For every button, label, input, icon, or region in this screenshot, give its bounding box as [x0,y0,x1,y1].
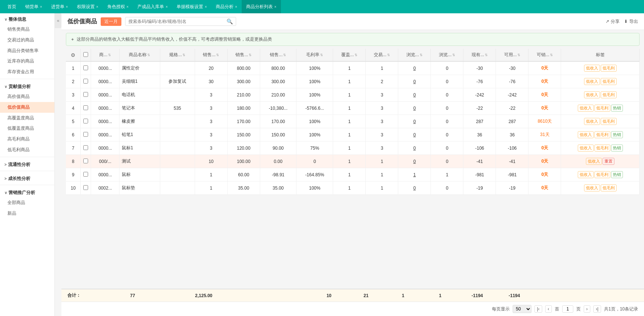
browse-count1[interactable]: 0 [398,155,431,168]
sidebar-item-sales-products[interactable]: 销售类商品 [0,24,54,35]
stock-column-header[interactable]: 现有...⇅ [463,49,496,61]
sidebar-item-traded-products[interactable]: 交易过的商品 [0,35,54,45]
nav-purchase-order[interactable]: 进货单 × [47,0,73,13]
prev-page-button[interactable]: ‹ [545,305,552,313]
last-page-button[interactable]: ›| [593,305,601,313]
sidebar-group-growth[interactable]: > 成长性分析 [0,173,54,183]
sidebar-item-high-value[interactable]: 高价值商品 [0,91,54,102]
browse-link[interactable]: 0 [413,92,416,98]
nav-template-setting[interactable]: 单据模板设置 × [172,0,211,13]
share-button[interactable]: ↗ 分享 [606,18,620,25]
browse2-column-header[interactable]: 浏览...⇅ [431,49,463,61]
browse-link[interactable]: 0 [413,66,416,71]
nav-home[interactable]: 首页 [3,0,21,13]
code-column-header[interactable]: 商...⇅ [91,49,120,61]
trade-column-header[interactable]: 交易...⇅ [366,49,398,61]
sidebar-item-low-margin[interactable]: 低毛利商品 [0,145,54,155]
sale2-column-header[interactable]: 销售...⇅ [260,49,296,61]
browse1-column-header[interactable]: 浏览...⇅ [398,49,431,61]
browse-count1[interactable]: 0 [398,102,431,115]
browse-count1[interactable]: 0 [398,128,431,142]
sidebar-item-high-margin[interactable]: 高毛利商品 [0,134,54,145]
search-input[interactable] [128,19,227,24]
time-filter-button[interactable]: 近一月 [101,17,121,26]
row-checkbox[interactable] [81,75,91,88]
saleable-column-header[interactable]: 可销...⇅ [529,49,561,61]
select-all-checkbox[interactable] [83,52,88,57]
sidebar-item-new-products[interactable]: 新品 [0,208,54,219]
row-checkbox[interactable] [81,102,91,115]
sidebar-group-overall[interactable]: ∨ 整体信息 [0,13,54,24]
name-column-header[interactable]: 商品名称⇅ [120,49,160,61]
browse-link[interactable]: 0 [413,132,416,137]
sale1-column-header[interactable]: 销售...⇅ [227,49,260,61]
browse-count1[interactable]: 0 [398,181,431,195]
sidebar-item-category-sales-rate[interactable]: 商品分类销售率 [0,45,54,56]
browse-count1[interactable]: 0 [398,75,431,88]
browse-link[interactable]: 0 [413,106,416,111]
browse-count1[interactable]: 0 [398,115,431,128]
browse-link[interactable]: 0 [413,146,416,151]
nav-product-inbound[interactable]: 产成品入库单 × [133,0,172,13]
row-checkbox[interactable] [81,142,91,155]
row-select-checkbox[interactable] [83,65,88,70]
row-checkbox[interactable] [81,168,91,181]
browse-link[interactable]: 0 [413,186,416,191]
row-checkbox[interactable] [81,181,91,195]
row-checkbox[interactable] [81,128,91,142]
browse-link[interactable]: 1 [413,172,416,177]
cover-column-header[interactable]: 覆盖...⇅ [333,49,366,61]
settings-column-header[interactable]: ⚙ [66,49,81,61]
sidebar-item-high-coverage[interactable]: 高覆盖度商品 [0,113,54,123]
sidebar-item-low-stock[interactable]: 近库存的商品 [0,56,54,67]
sidebar-group-marketing[interactable]: ∨ 营销推广分析 [0,187,54,197]
browse-count1[interactable]: 1 [398,168,431,181]
row-checkbox[interactable] [81,115,91,128]
row-select-checkbox[interactable] [83,119,88,123]
sidebar-group-circulation[interactable]: > 流通性分析 [0,159,54,169]
nav-role-auth[interactable]: 角色授权 × [103,0,133,13]
avail-column-header[interactable]: 可用...⇅ [496,49,529,61]
browse-link[interactable]: 0 [413,159,416,164]
row-checkbox[interactable] [81,155,91,168]
sidebar-collapse-button[interactable]: « [55,13,61,28]
sidebar-item-low-coverage[interactable]: 低覆盖度商品 [0,123,54,134]
browse-count1[interactable]: 0 [398,142,431,155]
row-checkbox[interactable] [81,88,91,102]
close-icon[interactable]: × [235,5,237,9]
browse-link[interactable]: 0 [413,79,416,84]
gross-rate-column-header[interactable]: 毛利率⇅ [296,49,333,61]
search-icon[interactable]: 🔍 [227,18,233,24]
sidebar-group-contribution[interactable]: ∨ 贡献值分析 [0,81,54,91]
close-icon[interactable]: × [127,5,129,9]
close-icon[interactable]: × [274,5,276,9]
close-icon[interactable]: × [165,5,168,9]
sidebar-item-low-value[interactable]: 低价值商品 [0,102,54,113]
row-select-checkbox[interactable] [83,172,88,177]
export-button[interactable]: ⬇ 导出 [624,18,638,25]
row-select-checkbox[interactable] [83,79,88,84]
row-checkbox[interactable] [81,61,91,75]
sidebar-item-stock-capital[interactable]: 库存资金占用 [0,67,54,77]
close-icon[interactable]: × [66,5,68,9]
checkbox-column-header[interactable] [81,49,91,61]
row-select-checkbox[interactable] [83,132,88,137]
browse-link[interactable]: 0 [413,119,416,124]
nav-permission[interactable]: 权限设置 × [73,0,103,13]
nav-product-analysis[interactable]: 商品分析 × [211,0,242,13]
browse-count1[interactable]: 0 [398,88,431,102]
browse-count1[interactable]: 0 [398,61,431,75]
row-select-checkbox[interactable] [83,92,88,97]
close-icon[interactable]: × [96,5,98,9]
next-page-button[interactable]: › [584,305,590,313]
row-select-checkbox[interactable] [83,159,88,163]
qty-column-header[interactable]: 销售...⇅ [195,49,227,61]
nav-product-analysis-list[interactable]: 商品分析列表 × [242,0,281,13]
close-icon[interactable]: × [40,5,42,9]
row-select-checkbox[interactable] [83,185,88,190]
sidebar-item-all-products[interactable]: 全部商品 [0,197,54,208]
page-size-select[interactable]: 50 100 200 [513,305,531,313]
spec-column-header[interactable]: 规格...⇅ [160,49,195,61]
settings-icon[interactable]: ⚙ [71,52,76,58]
close-icon[interactable]: × [205,5,207,9]
